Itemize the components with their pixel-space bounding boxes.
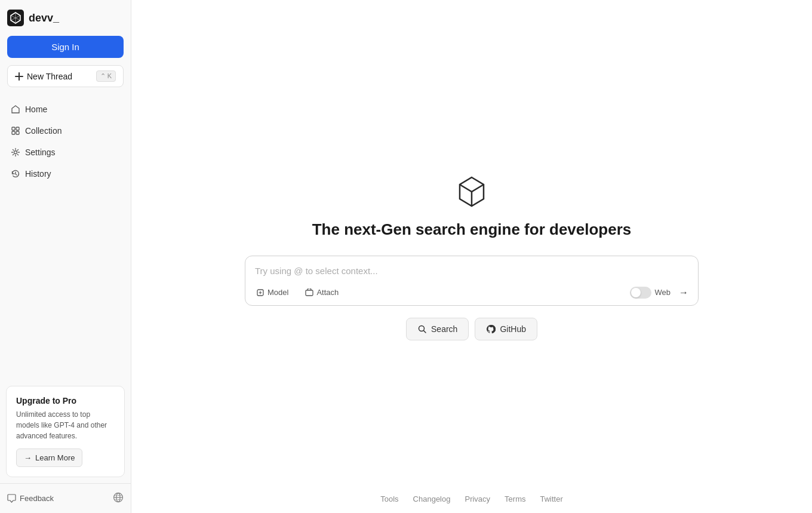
github-button[interactable]: GitHub — [475, 318, 537, 340]
arrow-icon: → — [24, 453, 32, 462]
web-toggle[interactable] — [630, 287, 651, 299]
learn-more-button[interactable]: → Learn More — [16, 449, 82, 467]
web-label: Web — [655, 288, 671, 297]
upgrade-title: Upgrade to Pro — [16, 396, 115, 406]
sidebar-item-settings-label: Settings — [25, 148, 56, 157]
sidebar-item-history[interactable]: History — [5, 164, 126, 184]
search-input[interactable] — [245, 256, 698, 281]
svg-rect-15 — [306, 290, 313, 296]
logo-icon — [7, 10, 24, 26]
sidebar-item-home-label: Home — [25, 105, 47, 114]
svg-rect-7 — [12, 131, 15, 134]
svg-point-9 — [14, 151, 17, 154]
svg-rect-5 — [12, 127, 15, 130]
logo-text: devv_ — [29, 12, 59, 24]
sidebar-item-collection[interactable]: Collection — [5, 121, 126, 141]
main-content: The next-Gen search engine for developer… — [131, 0, 812, 513]
new-thread-shortcut: ⌃ K — [96, 70, 116, 82]
feedback-button[interactable]: Feedback — [7, 494, 54, 503]
sidebar-item-settings[interactable]: Settings — [5, 142, 126, 162]
box-icon — [454, 173, 490, 208]
new-thread-label: New Thread — [27, 72, 72, 81]
search-icon — [417, 324, 427, 334]
footer-link-changelog[interactable]: Changelog — [413, 494, 451, 503]
hero-icon — [454, 173, 490, 211]
footer-link-tools[interactable]: Tools — [380, 494, 398, 503]
search-button[interactable]: Search — [406, 318, 469, 340]
main-footer: Tools Changelog Privacy Terms Twitter — [131, 494, 812, 503]
sidebar: devv_ Sign In New Thread ⌃ K Home — [0, 0, 131, 513]
footer-link-terms[interactable]: Terms — [505, 494, 525, 503]
collection-icon — [11, 126, 20, 136]
history-icon — [11, 169, 20, 179]
model-label: Model — [267, 288, 288, 297]
settings-icon — [11, 148, 20, 157]
upgrade-card: Upgrade to Pro Unlimited access to top m… — [6, 386, 125, 477]
github-button-label: GitHub — [500, 324, 526, 334]
search-box: Model Attach Web — [245, 256, 699, 306]
submit-arrow-button[interactable]: → — [676, 286, 691, 299]
globe-icon — [113, 492, 124, 503]
upgrade-description: Unlimited access to top models like GPT-… — [16, 409, 115, 441]
attach-button[interactable]: Attach — [302, 285, 342, 299]
search-toolbar: Model Attach Web — [245, 281, 698, 305]
footer-link-privacy[interactable]: Privacy — [465, 494, 490, 503]
sidebar-top: devv_ Sign In New Thread ⌃ K — [0, 0, 131, 94]
learn-more-label: Learn More — [35, 453, 75, 462]
main-center: The next-Gen search engine for developer… — [233, 173, 710, 340]
feedback-label: Feedback — [20, 494, 54, 503]
sign-in-button[interactable]: Sign In — [7, 36, 124, 58]
sidebar-bottom: Feedback — [0, 483, 131, 513]
footer-link-twitter[interactable]: Twitter — [540, 494, 562, 503]
new-thread-button[interactable]: New Thread ⌃ K — [7, 65, 124, 87]
attach-label: Attach — [316, 288, 339, 297]
action-buttons: Search GitHub — [406, 318, 537, 340]
feedback-icon — [7, 494, 16, 503]
attach-icon — [305, 288, 313, 297]
sidebar-nav: Home Collection Settings Hist — [0, 94, 131, 380]
web-toggle-container: Web — [630, 287, 671, 299]
home-icon — [11, 105, 20, 114]
model-icon — [256, 288, 264, 297]
hero-title: The next-Gen search engine for developer… — [312, 220, 632, 239]
svg-rect-6 — [16, 127, 19, 130]
model-button[interactable]: Model — [253, 285, 292, 299]
sidebar-item-collection-label: Collection — [25, 126, 61, 136]
logo: devv_ — [7, 10, 124, 26]
search-button-label: Search — [431, 324, 457, 334]
sidebar-item-history-label: History — [25, 169, 51, 179]
github-icon — [486, 324, 496, 334]
plus-icon — [15, 72, 23, 81]
globe-button[interactable] — [113, 492, 124, 505]
svg-rect-8 — [16, 131, 19, 134]
sidebar-item-home[interactable]: Home — [5, 99, 126, 119]
